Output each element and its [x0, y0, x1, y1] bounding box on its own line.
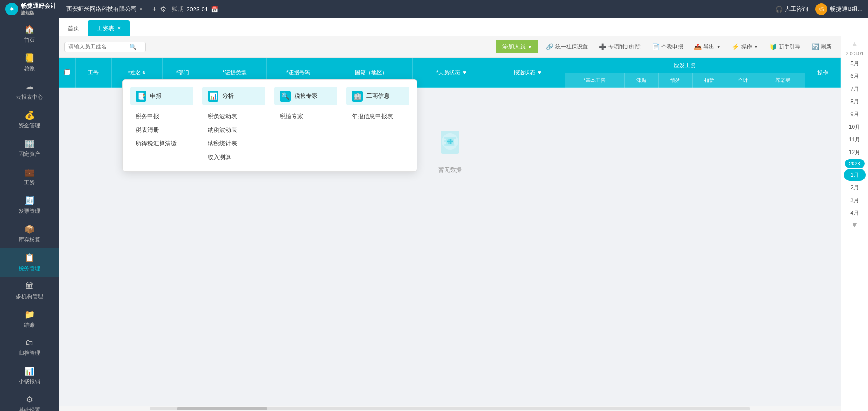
- business-icon: 🏢: [352, 91, 363, 102]
- assets-icon: 🏢: [24, 139, 34, 149]
- th-deduction: 扣款: [692, 73, 726, 88]
- expert-title: 税检专家: [294, 92, 318, 100]
- tab-home[interactable]: 首页: [59, 20, 88, 36]
- select-all-header[interactable]: [59, 58, 76, 88]
- tab-salary-table[interactable]: 工资表 ✕: [88, 20, 130, 36]
- service-button[interactable]: 🎧 人工咨询: [776, 5, 808, 13]
- user-info[interactable]: 畅 畅捷通B组...: [815, 3, 863, 15]
- social-security-button[interactable]: 🔗 统一社保设置: [542, 41, 592, 53]
- month-9[interactable]: 9月: [844, 108, 866, 120]
- sidebar-item-invoice[interactable]: 🧾 发票管理: [0, 191, 59, 220]
- menu-item-tax-burden[interactable]: 税负波动表: [202, 110, 265, 123]
- add-icon[interactable]: +: [152, 5, 156, 13]
- sidebar-item-label: 云报表中心: [16, 93, 43, 101]
- search-icon: 🔍: [129, 44, 136, 50]
- chevron-down-icon: ▼: [528, 44, 532, 49]
- scroll-track: [150, 407, 750, 410]
- sidebar-item-ledger[interactable]: 📒 总账: [0, 48, 59, 77]
- business-header: 🏢 工商信息: [346, 87, 409, 105]
- sidebar-item-assets[interactable]: 🏢 固定资产: [0, 134, 59, 163]
- th-status[interactable]: *人员状态 ▼: [412, 58, 491, 88]
- sidebar-item-settings[interactable]: ⚙ 基础设置: [0, 390, 59, 411]
- time-nav-up[interactable]: ▲: [849, 38, 860, 50]
- analysis-icon: 📊: [208, 91, 218, 102]
- sidebar-item-salary[interactable]: 💼 工资: [0, 163, 59, 191]
- company-selector[interactable]: 西安虾米网络科技有限公司 ▼: [66, 5, 143, 13]
- month-6[interactable]: 6月: [844, 70, 866, 82]
- sidebar-item-report[interactable]: 📊 小畅报销: [0, 362, 59, 390]
- avatar: 畅: [815, 3, 827, 15]
- account-period: 账期 2023-01 📅: [172, 5, 218, 13]
- month-7[interactable]: 7月: [844, 83, 866, 95]
- company-name: 西安虾米网络科技有限公司: [66, 5, 137, 13]
- year-2023-tag: 2023: [845, 159, 865, 168]
- time-panel: ▲ 2023.01 5月 6月 7月 8月 9月 10月 11月 12月 202…: [841, 36, 868, 411]
- tab-close-icon[interactable]: ✕: [117, 25, 121, 31]
- menu-item-annual-report[interactable]: 年报信息申报表: [346, 110, 409, 123]
- month-11[interactable]: 11月: [844, 134, 866, 145]
- sidebar-item-home[interactable]: 🏠 首页: [0, 20, 59, 48]
- menu-item-tax-wave[interactable]: 纳税波动表: [202, 123, 265, 137]
- guide-button[interactable]: 🔰 新手引导: [766, 41, 804, 53]
- close-period-icon: 📁: [24, 309, 34, 319]
- month-12[interactable]: 12月: [844, 146, 866, 158]
- month-5[interactable]: 5月: [844, 58, 866, 69]
- menu-item-tax-stats[interactable]: 纳税统计表: [202, 137, 265, 150]
- tax-icon: 📋: [24, 253, 34, 263]
- month-3[interactable]: 3月: [844, 194, 866, 206]
- sidebar-item-label: 工资: [24, 179, 35, 187]
- sidebar-item-label: 归档管理: [19, 349, 40, 357]
- sort-icon: ⇅: [142, 71, 146, 75]
- special-label: 专项附加扣除: [608, 43, 641, 51]
- export-chevron-icon: ▼: [716, 44, 721, 49]
- app-version: 旗舰版: [21, 10, 56, 16]
- add-person-button[interactable]: 添加人员 ▼: [496, 40, 538, 53]
- sidebar-item-label: 固定资产: [19, 150, 40, 158]
- sidebar-item-tax[interactable]: 📋 税务管理: [0, 248, 59, 277]
- salary-icon: 💼: [24, 167, 34, 177]
- menu-item-income-tax[interactable]: 所得税汇算清缴: [130, 137, 193, 150]
- sidebar-item-close[interactable]: 📁 结账: [0, 305, 59, 334]
- analysis-header: 📊 分析: [202, 87, 265, 105]
- month-10[interactable]: 10月: [844, 121, 866, 133]
- sidebar-item-cloud[interactable]: ☁ 云报表中心: [0, 77, 59, 106]
- sidebar-item-archive[interactable]: 🗂 归档管理: [0, 334, 59, 362]
- menu-item-income-estimate[interactable]: 收入测算: [202, 150, 265, 164]
- th-report-status[interactable]: 报送状态 ▼: [491, 58, 565, 88]
- time-nav-down[interactable]: ▼: [849, 219, 860, 231]
- sidebar-item-label: 结账: [24, 321, 35, 329]
- month-2[interactable]: 2月: [844, 182, 866, 193]
- settings-icon[interactable]: ⚙: [160, 5, 166, 14]
- special-deduction-button[interactable]: ➕ 专项附加扣除: [595, 41, 645, 53]
- menu-item-tax-expert[interactable]: 税检专家: [274, 110, 337, 123]
- operate-button[interactable]: ⚡ 操作 ▼: [728, 41, 762, 53]
- expert-icon: 🔍: [280, 91, 291, 102]
- month-8[interactable]: 8月: [844, 96, 866, 107]
- top-bar: ✦ 畅捷通好会计 旗舰版 西安虾米网络科技有限公司 ▼ + ⚙ 账期 2023-…: [0, 0, 868, 18]
- menu-item-tax-table[interactable]: 税表清册: [130, 123, 193, 137]
- dropdown-menu: 📑 申报 税务申报 税表清册 所得税汇算清缴 📊 分析: [122, 79, 417, 172]
- tax-report-button[interactable]: 📄 个税申报: [648, 41, 687, 53]
- bottom-scrollbar[interactable]: [59, 406, 841, 411]
- th-operate: 操作: [805, 58, 840, 88]
- search-input[interactable]: [68, 44, 127, 50]
- dropdown-col-analysis: 📊 分析 税负波动表 纳税波动表 纳税统计表 收入测算: [202, 87, 265, 164]
- month-4[interactable]: 4月: [844, 207, 866, 219]
- calendar-icon[interactable]: 📅: [211, 6, 218, 13]
- select-all-checkbox[interactable]: [64, 69, 70, 75]
- refresh-button[interactable]: 🔄 刷新: [808, 41, 835, 53]
- menu-item-tax-declaration[interactable]: 税务申报: [130, 110, 193, 123]
- declaration-title: 申报: [150, 92, 162, 100]
- sidebar-item-funds[interactable]: 💰 资金管理: [0, 106, 59, 134]
- period-label: 账期: [172, 5, 184, 13]
- scroll-thumb[interactable]: [177, 407, 267, 410]
- th-total: 合计: [726, 73, 760, 88]
- empty-illustration: [432, 124, 468, 160]
- sidebar-item-label: 发票管理: [19, 208, 40, 215]
- export-button[interactable]: 📤 导出 ▼: [690, 41, 724, 53]
- sidebar-item-label: 多机构管理: [16, 293, 43, 300]
- sidebar-item-multi[interactable]: 🏛 多机构管理: [0, 277, 59, 305]
- funds-icon: 💰: [24, 110, 34, 120]
- month-1[interactable]: 1月: [844, 169, 866, 181]
- sidebar-item-inventory[interactable]: 📦 库存核算: [0, 220, 59, 248]
